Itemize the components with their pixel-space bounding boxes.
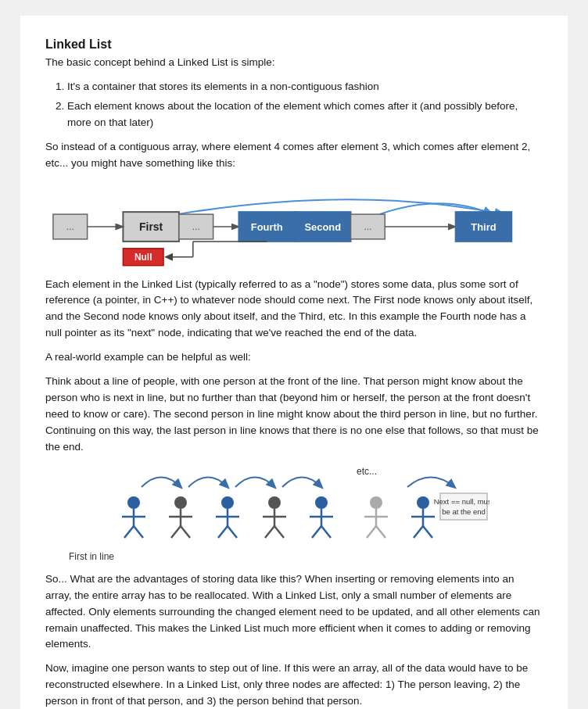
svg-point-41 — [268, 496, 281, 509]
list-item-1: It's a container that stores its element… — [67, 79, 543, 95]
svg-line-35 — [181, 526, 190, 538]
svg-line-49 — [312, 526, 321, 538]
svg-point-56 — [417, 496, 429, 509]
first-in-line-label: First in line — [69, 551, 114, 562]
paragraph1: So instead of a contiguous array, where … — [45, 139, 543, 172]
svg-line-59 — [414, 526, 423, 538]
svg-text:First: First — [139, 220, 163, 233]
intro-list: It's a container that stores its element… — [67, 79, 543, 131]
people-diagram: etc... — [45, 464, 543, 562]
svg-line-45 — [274, 526, 284, 538]
svg-line-60 — [423, 526, 432, 538]
svg-point-46 — [315, 496, 328, 509]
paragraph2: Each element in the Linked List (typical… — [45, 277, 543, 342]
svg-line-55 — [376, 526, 385, 538]
list-item-2: Each element knows about the location of… — [67, 98, 543, 131]
svg-line-39 — [218, 526, 228, 538]
svg-line-54 — [367, 526, 376, 538]
svg-line-50 — [321, 526, 331, 538]
diagram-svg: ... First ... Fourth Second ... — [45, 184, 543, 270]
svg-text:Next == null, must: Next == null, must — [434, 497, 489, 506]
svg-point-36 — [221, 496, 234, 509]
svg-text:...: ... — [364, 221, 371, 232]
svg-line-30 — [134, 526, 143, 538]
people-svg: etc... — [99, 464, 489, 550]
svg-point-51 — [370, 496, 382, 509]
paragraph4: Think about a line of people, with one p… — [45, 374, 543, 456]
page-container: Linked List The basic concept behind a L… — [20, 16, 568, 709]
svg-line-40 — [228, 526, 237, 538]
svg-text:Null: Null — [134, 251, 152, 262]
svg-text:...: ... — [66, 221, 74, 232]
svg-text:be at the end: be at the end — [442, 507, 485, 516]
linked-list-diagram: ... First ... Fourth Second ... — [45, 184, 543, 270]
svg-line-29 — [124, 526, 134, 538]
svg-point-31 — [174, 496, 187, 509]
paragraph3: A real-world example can be helpful as w… — [45, 349, 543, 366]
paragraph6: Now, imagine one person wants to step ou… — [45, 661, 543, 709]
intro-text: The basic concept behind a Linked List i… — [45, 55, 543, 71]
svg-point-26 — [127, 496, 140, 509]
svg-line-44 — [265, 526, 274, 538]
svg-line-34 — [171, 526, 181, 538]
svg-text:Fourth: Fourth — [251, 221, 283, 233]
svg-text:...: ... — [192, 221, 200, 232]
svg-text:etc...: etc... — [357, 466, 377, 477]
svg-text:Third: Third — [471, 221, 496, 233]
page-title: Linked List — [45, 38, 543, 52]
svg-marker-19 — [164, 252, 173, 260]
paragraph5: So... What are the advantages of storing… — [45, 571, 543, 653]
svg-text:Second: Second — [304, 221, 341, 233]
